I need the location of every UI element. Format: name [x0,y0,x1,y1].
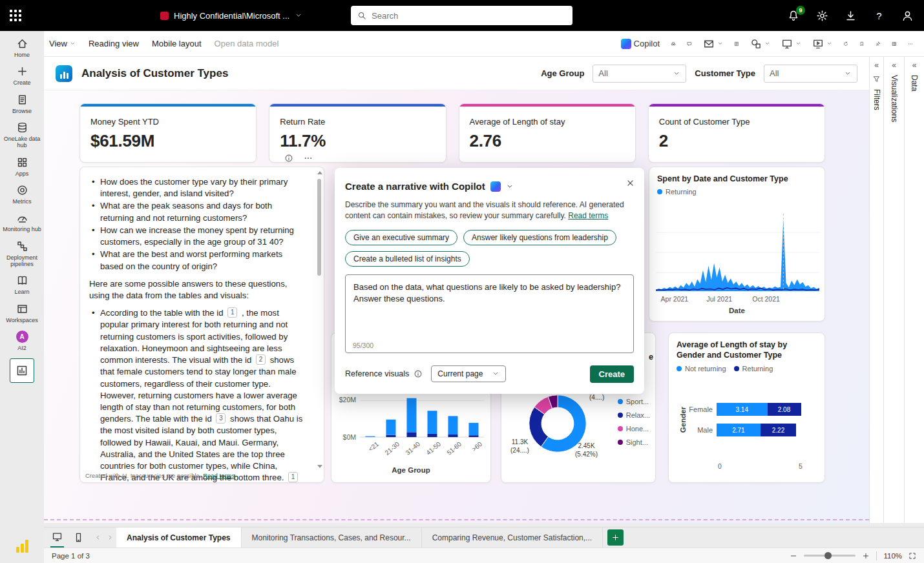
page-tab[interactable]: Comparing Revenue, Customer Satisfaction… [422,527,603,548]
area-plot [656,212,819,292]
legend-item[interactable]: Returning [734,365,773,373]
copilot-suggestion-chip[interactable]: Create a bulleted list of insights [345,251,470,267]
notes-icon[interactable] [731,38,742,50]
account-icon[interactable] [901,10,914,22]
read-terms-link[interactable]: Read terms [203,472,235,479]
read-terms-link[interactable]: Read terms [568,211,608,220]
visual-id-chip[interactable]: 2 [256,354,266,365]
bar-segment[interactable]: 2.22 [761,424,797,436]
mobile-view-button[interactable] [72,527,85,548]
legend-item[interactable]: Not returning [677,365,726,373]
shapes-button[interactable] [747,36,773,52]
scroll-down-arrow[interactable] [317,465,322,468]
visualizations-pane-collapsed[interactable]: « Visualizations [883,57,904,523]
bar-row: Male2.712.22 [669,424,826,436]
workspace-breadcrumb[interactable]: Highly Confidential\Microsoft ... [160,11,302,21]
bookmark-icon[interactable] [856,38,868,50]
sidebar-item-browse[interactable]: Browse [1,94,43,114]
kpi-card[interactable]: Average of Length of stay2.76 [459,103,636,163]
notifications-button[interactable]: 9 [788,10,800,22]
addins-icon[interactable] [888,38,900,50]
sidebar-item-monitoring-hub[interactable]: Monitoring hub [1,212,43,232]
legend-item[interactable]: Hone... [618,425,650,433]
customer-type-dropdown[interactable]: All [764,65,857,83]
sidebar-item-deployment-pipelines[interactable]: Deployment pipelines [1,240,43,268]
data-pane-collapsed[interactable]: « Data [904,57,924,523]
view-mode-button[interactable] [778,36,804,52]
create-button[interactable]: Create [590,365,634,383]
legend-item[interactable]: Sport... [618,398,650,405]
download-icon[interactable] [845,10,857,22]
help-button[interactable]: ? [873,10,885,21]
scrollbar-thumb[interactable] [317,179,321,276]
sidebar-item-learn[interactable]: Learn [1,274,43,295]
copilot-suggestion-chip[interactable]: Give an executive summary [345,230,457,245]
sidebar-item-ai2-workspace[interactable]: AAI2 [1,331,43,351]
sidebar-item-home[interactable]: Home [1,37,43,58]
copilot-button[interactable]: Copilot [618,36,663,52]
refresh-icon[interactable] [840,38,852,50]
page-tabs: Analysis of Customer TypesMonitoring Tra… [116,527,603,548]
app-launcher-button[interactable] [0,0,31,31]
zoom-in-icon[interactable] [862,552,870,560]
sidebar-item-workspaces[interactable]: Workspaces [1,303,43,323]
expand-pane-icon[interactable]: « [892,61,896,69]
copilot-suggestion-chip[interactable]: Answer likely questions from leadership [463,230,616,245]
bar-segment[interactable]: 2.08 [768,403,801,416]
legend-item[interactable]: Sight... [618,438,650,446]
zoom-slider-thumb[interactable] [824,552,832,559]
menu-mobile-layout[interactable]: Mobile layout [145,31,208,57]
zoom-out-icon[interactable] [790,552,797,560]
desktop-view-button[interactable] [50,527,64,548]
menu-reading-view[interactable]: Reading view [82,31,145,57]
more-options-icon[interactable] [905,38,916,50]
present-button[interactable] [809,36,835,52]
reference-scope-dropdown[interactable]: Current page [431,365,506,382]
info-icon[interactable] [284,154,293,163]
settings-gear-icon[interactable] [816,10,828,22]
visual-id-chip[interactable]: 1 [227,307,237,318]
more-options-icon[interactable] [304,154,313,163]
fit-to-page-icon[interactable] [908,552,916,560]
avg-length-of-stay-chart[interactable]: Average of Length of stay by Gender and … [668,333,825,483]
legend-item[interactable]: Relax... [618,411,650,419]
bar-segment[interactable]: 3.14 [717,403,768,416]
info-icon[interactable] [414,369,423,378]
sidebar-item-current-report[interactable] [10,358,34,383]
menu-view[interactable]: View [43,31,82,57]
close-icon[interactable] [625,178,635,188]
zoom-slider[interactable] [804,555,856,557]
sidebar-item-create[interactable]: Create [1,65,43,86]
age-group-dropdown[interactable]: All [593,65,686,83]
search-input[interactable] [372,11,566,21]
chevron-down-icon[interactable] [506,183,514,190]
prompt-input[interactable]: Based on the data, what questions are li… [345,274,634,353]
next-page-button[interactable] [104,527,116,548]
scroll-up-arrow[interactable] [317,171,322,174]
global-search[interactable] [351,6,572,25]
kpi-card[interactable]: Money Spent YTD$61.59M [79,103,257,163]
bar-segment[interactable]: 2.71 [717,424,761,436]
visual-id-chip[interactable]: 3 [216,413,226,424]
comments-icon[interactable] [684,38,695,50]
report-header: Analysis of Customer Types Age Group All… [44,57,869,90]
expand-pane-icon[interactable]: « [874,61,879,69]
sidebar-item-metrics[interactable]: Metrics [1,184,43,205]
pin-icon[interactable] [872,38,884,50]
expand-pane-icon[interactable]: « [912,61,917,69]
smart-narrative-visual[interactable]: How does the customer type vary by their… [79,167,324,483]
spent-by-date-chart[interactable]: Spent by Date and Customer Type Returnin… [649,167,825,322]
narrative-scrollbar[interactable] [316,170,322,469]
filters-pane-collapsed[interactable]: « Filters [869,57,883,523]
kpi-card[interactable]: Count of Customer Type2 [648,103,825,163]
sidebar-item-apps[interactable]: Apps [1,156,43,177]
legend-item[interactable]: Returning [657,188,697,196]
page-tab[interactable]: Analysis of Customer Types [116,527,242,548]
sidebar-item-onelake[interactable]: OneLake data hub [1,121,43,149]
page-tab[interactable]: Monitoring Transactions, Cases, and Reso… [242,527,422,548]
new-page-button[interactable] [607,529,624,546]
explore-icon[interactable] [667,38,679,50]
previous-page-button[interactable] [92,527,104,548]
subscribe-button[interactable] [700,36,726,52]
visual-id-chip[interactable]: 1 [288,472,298,482]
